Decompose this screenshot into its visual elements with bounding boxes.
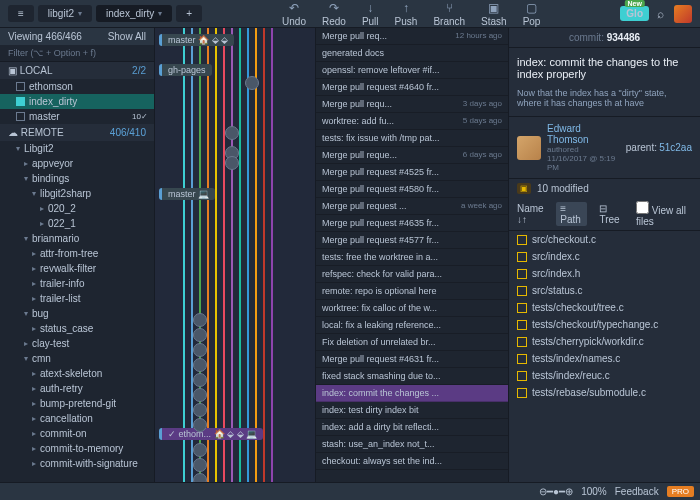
commit-row[interactable]: stash: use_an_index not_t... <box>316 436 508 453</box>
branch-button[interactable]: ⑂Branch <box>433 1 465 27</box>
zoom-level: 100% <box>581 486 607 497</box>
commit-row[interactable]: Merge pull request #4640 fr... <box>316 79 508 96</box>
ref-label[interactable]: master 🏠 ⬙ ⬙ <box>159 34 234 46</box>
remote-clay-test[interactable]: ▸clay-test <box>0 336 154 351</box>
file-row[interactable]: tests/index/reuc.c <box>509 367 700 384</box>
repo-tab-index-dirty[interactable]: index_dirty ▾ <box>96 5 172 22</box>
commit-desc: Now that the index has a "dirty" state, … <box>509 88 700 116</box>
remote-commit-to-memory[interactable]: ▸commit-to-memory <box>0 441 154 456</box>
user-avatar[interactable] <box>674 5 692 23</box>
pull-button[interactable]: ↓Pull <box>362 1 379 27</box>
commit-row[interactable]: checkout: always set the ind... <box>316 453 508 470</box>
commit-row[interactable]: Merge pull request #4580 fr... <box>316 181 508 198</box>
file-row[interactable]: tests/index/names.c <box>509 350 700 367</box>
ref-label[interactable]: ✓ ethom... 🏠 ⬙ ⬙ 💻 <box>159 428 263 440</box>
remote-libgit2sharp[interactable]: ▾libgit2sharp <box>0 186 154 201</box>
local-branch-ethomson[interactable]: ethomson <box>0 79 154 94</box>
zoom-slider[interactable]: ⊖━●━⊕ <box>539 486 573 497</box>
commit-row[interactable]: Merge pull requ...3 days ago <box>316 96 508 113</box>
local-branch-master[interactable]: master10✓ <box>0 109 154 124</box>
commit-row[interactable]: Merge pull request #4525 fr... <box>316 164 508 181</box>
remote-commit-on[interactable]: ▸commit-on <box>0 426 154 441</box>
file-row[interactable]: tests/checkout/typechange.c <box>509 316 700 333</box>
file-row[interactable]: src/index.c <box>509 248 700 265</box>
ref-label[interactable]: master 💻 <box>159 188 215 200</box>
remote-cancellation[interactable]: ▸cancellation <box>0 411 154 426</box>
search-icon[interactable]: ⌕ <box>657 7 664 21</box>
remote-020_2[interactable]: ▸020_2 <box>0 201 154 216</box>
file-row[interactable]: src/index.h <box>509 265 700 282</box>
remote-trailer-info[interactable]: ▸trailer-info <box>0 276 154 291</box>
remote-section[interactable]: ☁ REMOTE406/410 <box>0 124 154 141</box>
remote-attr-from-tree[interactable]: ▸attr-from-tree <box>0 246 154 261</box>
filter-input[interactable]: Filter (⌥ + Option + f) <box>0 45 154 62</box>
commit-row[interactable]: openssl: remove leftover #if... <box>316 62 508 79</box>
commit-row[interactable]: worktree: add fu...5 days ago <box>316 113 508 130</box>
remote-status_case[interactable]: ▸status_case <box>0 321 154 336</box>
menu-icon[interactable]: ≡ <box>8 5 34 22</box>
pro-badge[interactable]: PRO <box>667 486 694 497</box>
commit-row[interactable]: Merge pull req...12 hours ago <box>316 28 508 45</box>
add-tab-button[interactable]: + <box>176 5 202 22</box>
remote-trailer-list[interactable]: ▸trailer-list <box>0 291 154 306</box>
commit-row[interactable]: worktree: fix calloc of the w... <box>316 300 508 317</box>
remote-commit-with-signature[interactable]: ▸commit-with-signature <box>0 456 154 471</box>
ref-label[interactable]: gh-pages <box>159 64 212 76</box>
commit-avatar <box>193 373 207 387</box>
remote-022_1[interactable]: ▸022_1 <box>0 216 154 231</box>
local-section[interactable]: ▣ LOCAL2/2 <box>0 62 154 79</box>
commit-avatar <box>193 418 207 432</box>
remote-Libgit2[interactable]: ▾Libgit2 <box>0 141 154 156</box>
remote-bug[interactable]: ▾bug <box>0 306 154 321</box>
file-row[interactable]: tests/cherrypick/workdir.c <box>509 333 700 350</box>
glo-button[interactable]: NewGlo <box>620 6 649 21</box>
author-name[interactable]: Edward Thomson <box>547 123 620 145</box>
repo-tab-libgit2[interactable]: libgit2 ▾ <box>38 5 92 22</box>
commit-row[interactable]: refspec: check for valid para... <box>316 266 508 283</box>
file-row[interactable]: src/checkout.c <box>509 231 700 248</box>
view-tree[interactable]: ⊟ Tree <box>595 202 627 226</box>
view-all-checkbox[interactable] <box>636 201 649 214</box>
commit-row[interactable]: Merge pull request #4577 fr... <box>316 232 508 249</box>
commit-row[interactable]: index: commit the changes ... <box>316 385 508 402</box>
push-button[interactable]: ↑Push <box>395 1 418 27</box>
remote-revwalk-filter[interactable]: ▸revwalk-filter <box>0 261 154 276</box>
local-branch-index_dirty[interactable]: index_dirty <box>0 94 154 109</box>
commit-row[interactable]: Fix deletion of unrelated br... <box>316 334 508 351</box>
parent-link[interactable]: parent: 51c2aa <box>626 142 692 153</box>
redo-button[interactable]: ↷Redo <box>322 1 346 27</box>
show-all-link[interactable]: Show All <box>108 31 146 42</box>
commit-row[interactable]: index: test dirty index bit <box>316 402 508 419</box>
commit-header: commit: 934486 <box>509 28 700 48</box>
remote-auth-retry[interactable]: ▸auth-retry <box>0 381 154 396</box>
commit-row[interactable]: Merge pull request #4631 fr... <box>316 351 508 368</box>
file-row[interactable]: tests/checkout/tree.c <box>509 299 700 316</box>
commit-row[interactable]: tests: free the worktree in a... <box>316 249 508 266</box>
file-row[interactable]: src/status.c <box>509 282 700 299</box>
commit-row[interactable]: remote: repo is optional here <box>316 283 508 300</box>
commit-row[interactable]: tests: fix issue with /tmp pat... <box>316 130 508 147</box>
undo-button[interactable]: ↶Undo <box>282 1 306 27</box>
commit-row[interactable]: index: add a dirty bit reflecti... <box>316 419 508 436</box>
commit-row[interactable]: Merge pull request ...a week ago <box>316 198 508 215</box>
sort-name[interactable]: Name ↓↑ <box>517 203 548 225</box>
commit-row[interactable]: Merge pull request #4635 fr... <box>316 215 508 232</box>
remote-bump-pretend-git[interactable]: ▸bump-pretend-git <box>0 396 154 411</box>
commit-row[interactable]: fixed stack smashing due to... <box>316 368 508 385</box>
file-row[interactable]: tests/rebase/submodule.c <box>509 384 700 401</box>
remote-brianmario[interactable]: ▾brianmario <box>0 231 154 246</box>
remote-appveyor[interactable]: ▸appveyor <box>0 156 154 171</box>
remote-atext-skeleton[interactable]: ▸atext-skeleton <box>0 366 154 381</box>
remote-cmn[interactable]: ▾cmn <box>0 351 154 366</box>
commit-avatar <box>193 458 207 472</box>
commit-row[interactable]: Merge pull reque...6 days ago <box>316 147 508 164</box>
viewing-count: Viewing 466/466 <box>8 31 82 42</box>
modified-badge: ▣ <box>517 183 531 194</box>
view-path[interactable]: ≡ Path <box>556 202 587 226</box>
commit-row[interactable]: generated docs <box>316 45 508 62</box>
pop-button[interactable]: ▢Pop <box>523 1 541 27</box>
feedback-link[interactable]: Feedback <box>615 486 659 497</box>
stash-button[interactable]: ▣Stash <box>481 1 507 27</box>
remote-bindings[interactable]: ▾bindings <box>0 171 154 186</box>
commit-row[interactable]: local: fix a leaking reference... <box>316 317 508 334</box>
